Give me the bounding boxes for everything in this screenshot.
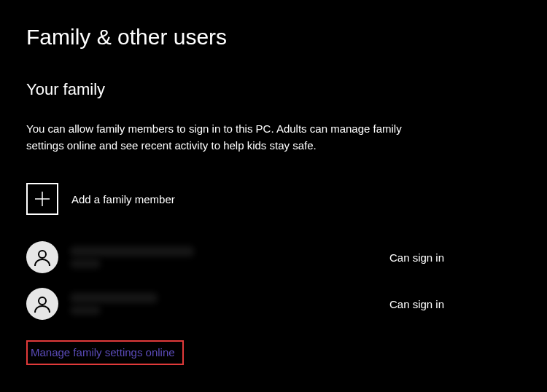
family-member-name-redacted: [70, 293, 158, 303]
family-member-name-redacted: [70, 246, 194, 256]
family-member-status: Can sign in: [389, 298, 521, 310]
svg-point-3: [39, 297, 46, 305]
section-description: You can allow family members to sign in …: [26, 121, 435, 154]
user-avatar-icon: [26, 288, 58, 320]
page-title: Family & other users: [26, 25, 521, 50]
family-member-info: [70, 293, 378, 315]
family-member-row[interactable]: Can sign in: [26, 241, 521, 273]
plus-icon: [26, 183, 58, 215]
manage-family-link-highlight: Manage family settings online: [26, 340, 184, 365]
add-family-member-button[interactable]: Add a family member: [26, 183, 521, 215]
family-member-status: Can sign in: [389, 251, 521, 264]
family-member-row[interactable]: Can sign in: [26, 288, 521, 320]
svg-point-2: [39, 251, 46, 258]
section-heading-your-family: Your family: [26, 80, 521, 99]
family-member-role-redacted: [70, 306, 101, 315]
add-family-member-label: Add a family member: [71, 193, 175, 205]
user-avatar-icon: [26, 241, 58, 273]
family-member-info: [70, 246, 378, 268]
family-member-role-redacted: [70, 259, 101, 268]
manage-family-settings-link[interactable]: Manage family settings online: [31, 346, 175, 358]
